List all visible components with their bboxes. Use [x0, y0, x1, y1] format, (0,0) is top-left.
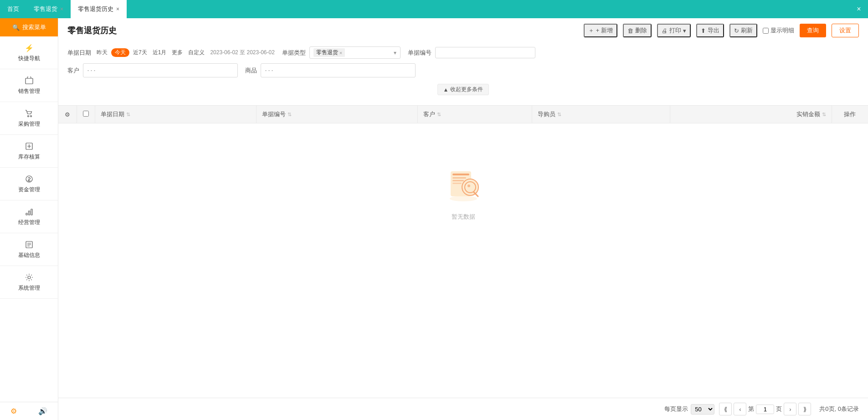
- sidebar-item-purchase[interactable]: 采购管理: [0, 102, 58, 135]
- tab-retail-return[interactable]: 零售退货 ×: [26, 0, 71, 18]
- svg-rect-5: [26, 213, 27, 215]
- date-btn-7days[interactable]: 近7天: [131, 48, 149, 57]
- th-checkbox: [77, 106, 95, 123]
- new-button[interactable]: ＋ + 新增: [584, 24, 617, 37]
- number-filter: 单据编号: [408, 47, 535, 58]
- th-guide-sort-icon[interactable]: ⇅: [557, 112, 561, 118]
- print-chevron-icon: ▾: [683, 27, 686, 34]
- sidebar-item-system-label: 系统管理: [18, 284, 40, 292]
- first-page-button[interactable]: ⟪: [719, 403, 732, 415]
- th-action-label: 操作: [844, 111, 856, 118]
- last-page-button[interactable]: ⟫: [798, 403, 811, 415]
- type-tag-label: 零售退货: [316, 49, 338, 56]
- type-label: 单据类型: [282, 49, 306, 57]
- date-btn-yesterday[interactable]: 昨天: [95, 48, 109, 57]
- filter-row-2: 客户 ··· 商品 ···: [67, 63, 859, 77]
- goods-label: 商品: [245, 67, 257, 75]
- show-detail-wrap: 显示明细: [763, 26, 794, 35]
- settings-bottom-btn[interactable]: ⚙: [10, 407, 17, 415]
- svg-rect-12: [452, 174, 469, 175]
- sidebar-item-system[interactable]: 系统管理: [0, 266, 58, 299]
- system-icon: [24, 272, 34, 282]
- print-button[interactable]: 🖨 打印 ▾: [657, 24, 691, 37]
- customer-input-wrap[interactable]: ···: [83, 63, 238, 77]
- collapse-arrow-icon: ▲: [443, 87, 449, 93]
- purchase-icon: [24, 108, 34, 118]
- date-btn-today[interactable]: 今天: [111, 48, 129, 57]
- next-page-button[interactable]: ›: [784, 403, 796, 415]
- filter-area: 单据日期 昨天 今天 近7天 近1月 更多 自定义 2023-06-02 至: [67, 42, 859, 105]
- tab-retail-return-close[interactable]: ×: [60, 6, 63, 12]
- th-date-sort-icon[interactable]: ⇅: [126, 112, 130, 118]
- audio-bottom-btn[interactable]: 🔊: [38, 407, 47, 415]
- sidebar-search-label: 搜索菜单: [22, 23, 46, 31]
- export-label: 导出: [708, 26, 719, 35]
- table-settings-icon[interactable]: ⚙: [65, 111, 70, 118]
- th-amount-sort-icon[interactable]: ⇅: [822, 112, 826, 118]
- collapse-button[interactable]: ▲ 收起更多条件: [437, 84, 489, 95]
- sidebar-item-basic-info[interactable]: 基础信息: [0, 233, 58, 266]
- inventory-icon: [24, 141, 34, 151]
- print-label: 打印: [669, 26, 681, 35]
- number-input[interactable]: [435, 47, 535, 58]
- tab-retail-return-history[interactable]: 零售退货历史 ×: [71, 0, 127, 18]
- sidebar-item-quick-nav[interactable]: ⚡ 快捷导航: [0, 36, 58, 69]
- sidebar: 🔍 搜索菜单 ⚡ 快捷导航 销售管理 采购管理: [0, 18, 58, 420]
- query-button[interactable]: 查询: [800, 24, 826, 37]
- delete-button[interactable]: 🗑 删除: [623, 24, 652, 37]
- type-tag-close[interactable]: ×: [339, 50, 342, 56]
- tab-retail-return-history-close[interactable]: ×: [116, 6, 119, 12]
- svg-rect-7: [31, 209, 32, 215]
- th-customer: 客户 ⇅: [417, 106, 532, 123]
- filter-row-1: 单据日期 昨天 今天 近7天 近1月 更多 自定义 2023-06-02 至: [67, 46, 859, 59]
- show-detail-label: 显示明细: [770, 26, 794, 35]
- table-body: 暂无数据: [58, 123, 868, 258]
- goods-dots: ···: [265, 66, 274, 75]
- th-customer-sort-icon[interactable]: ⇅: [437, 112, 441, 118]
- prev-page-button[interactable]: ‹: [734, 403, 746, 415]
- toolbar: ＋ + 新增 🗑 删除 🖨 打印 ▾ ⬆ 导出: [584, 24, 859, 37]
- operations-icon: [24, 207, 34, 217]
- export-button[interactable]: ⬆ 导出: [696, 24, 724, 37]
- setting-button[interactable]: 设置: [832, 24, 859, 37]
- print-icon: 🖨: [662, 27, 668, 34]
- date-btn-more[interactable]: 更多: [170, 48, 185, 57]
- th-number-sort-icon[interactable]: ⇅: [288, 112, 292, 118]
- tab-retail-return-label: 零售退货: [34, 5, 57, 13]
- svg-point-9: [28, 276, 31, 279]
- page-size-wrap: 每页显示 20 50 100 200: [664, 404, 714, 415]
- goods-filter: 商品 ···: [245, 63, 416, 77]
- sidebar-item-inventory[interactable]: 库存核算: [0, 135, 58, 168]
- sidebar-search[interactable]: 🔍 搜索菜单: [0, 18, 58, 36]
- date-range-display: 2023-06-02 至 2023-06-02: [210, 49, 274, 56]
- date-label: 单据日期: [67, 49, 91, 57]
- select-all-checkbox[interactable]: [83, 111, 89, 117]
- empty-row: 暂无数据: [58, 123, 868, 258]
- export-icon: ⬆: [701, 27, 706, 34]
- refresh-label: 刷新: [741, 26, 753, 35]
- th-date: 单据日期 ⇅: [95, 106, 256, 123]
- refresh-button[interactable]: ↻ 刷新: [729, 24, 757, 37]
- type-filter: 单据类型 零售退货 × ▾: [282, 46, 401, 59]
- page-number-input[interactable]: [756, 405, 774, 414]
- sidebar-item-operations[interactable]: 经营管理: [0, 200, 58, 233]
- tab-retail-return-history-label: 零售退货历史: [78, 5, 113, 13]
- type-select[interactable]: 零售退货 × ▾: [309, 46, 401, 59]
- refresh-icon: ↻: [734, 27, 739, 34]
- window-close-button[interactable]: ×: [850, 0, 868, 18]
- page-size-select[interactable]: 20 50 100 200: [691, 404, 714, 415]
- tab-home[interactable]: 首页: [0, 0, 26, 18]
- th-amount-label: 实销金额: [796, 110, 820, 118]
- goods-input-wrap[interactable]: ···: [261, 63, 416, 77]
- date-btn-1month[interactable]: 近1月: [151, 48, 169, 57]
- date-from: 2023-06-02: [210, 49, 238, 56]
- show-detail-checkbox[interactable]: [763, 28, 769, 34]
- date-btn-custom[interactable]: 自定义: [186, 48, 206, 57]
- th-customer-label: 客户: [423, 110, 435, 118]
- sidebar-item-finance[interactable]: 资金管理: [0, 168, 58, 200]
- footer-pagination: 每页显示 20 50 100 200 ⟪ ‹ 第 页 › ⟫ 共0页: [58, 398, 868, 420]
- sidebar-item-sales[interactable]: 销售管理: [0, 69, 58, 102]
- empty-illustration: [441, 160, 486, 205]
- page-prefix: 第: [748, 405, 754, 413]
- sidebar-item-sales-label: 销售管理: [18, 87, 40, 95]
